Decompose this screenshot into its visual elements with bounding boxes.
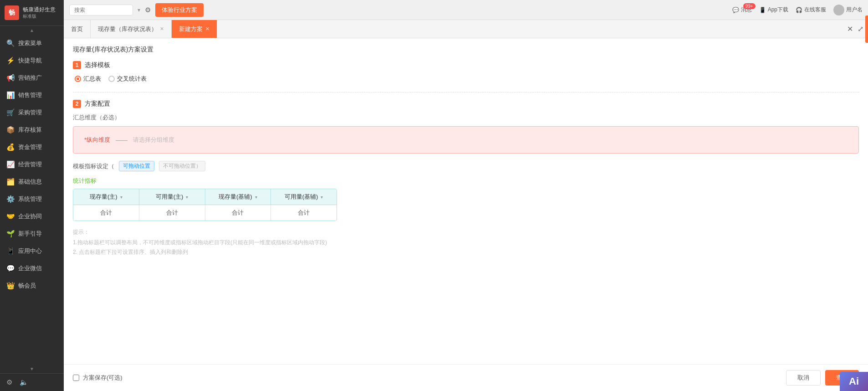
stats-cell-0: 合计 — [73, 205, 139, 221]
stats-table-header: 现存量(主) ▾ 可用量(主) ▾ 现存量(基辅) ▾ 可用量(基辅) ▾ — [73, 189, 337, 205]
tips-item-1: 2. 点击标题栏下拉可设置排序、插入列和删除列 — [73, 248, 859, 256]
speaker-icon[interactable]: 🔈 — [20, 378, 28, 386]
sidebar-item-purchase[interactable]: 🛒 采购管理 — [0, 104, 64, 121]
radio-summary-icon — [75, 76, 81, 82]
cooperation-icon: 🤝 — [6, 212, 15, 221]
system-icon: ⚙️ — [6, 195, 15, 203]
dimension-row: *纵向维度 —— 请选择分组维度 — [84, 136, 848, 144]
topbar-user[interactable]: 用户名 — [833, 5, 863, 15]
tab-new-plan-close-icon[interactable]: ✕ — [205, 26, 209, 32]
stats-col-1-label: 可用量(主) — [156, 193, 184, 201]
cancel-button[interactable]: 取消 — [786, 370, 821, 386]
stats-col-2[interactable]: 现存量(基辅) ▾ — [205, 189, 271, 205]
topbar-service[interactable]: 🎧 在线客服 — [796, 6, 826, 14]
expand-icon[interactable]: ⤢ — [858, 25, 863, 33]
sidebar-item-sales[interactable]: 📊 销售管理 — [0, 87, 64, 104]
inventory-icon: 📦 — [6, 126, 15, 134]
sidebar-item-quicknav[interactable]: ⚡ 快捷导航 — [0, 52, 64, 69]
sidebar-item-appcenter[interactable]: 📱 应用中心 — [0, 242, 64, 260]
content-area: 现存量(库存状况表)方案设置 1 选择模板 汇总表 交叉统计表 — [64, 38, 868, 364]
sidebar-item-system[interactable]: ⚙️ 系统管理 — [0, 190, 64, 208]
close-window-icon[interactable]: ✕ — [847, 25, 853, 33]
sales-icon: 📊 — [6, 91, 15, 99]
sidebar-item-member[interactable]: 👑 畅会员 — [0, 277, 64, 294]
footer: 方案保存(可选) 取消 查询 — [64, 364, 868, 391]
settings-icon[interactable]: ⚙ — [6, 378, 12, 386]
sidebar-item-management[interactable]: 📈 经营管理 — [0, 156, 64, 173]
topbar-right: 💬 消息 99+ 📱 App下载 🎧 在线客服 用户名 — [732, 5, 863, 15]
sidebar-item-label: 搜索菜单 — [18, 39, 42, 47]
sidebar-scroll-up[interactable]: ▲ — [0, 26, 64, 35]
basics-icon: 🗂️ — [6, 178, 15, 186]
section2-header: 2 方案配置 — [73, 100, 859, 108]
sidebar-item-label: 销售管理 — [18, 91, 42, 99]
stats-col-3[interactable]: 可用量(基辅) ▾ — [271, 189, 337, 205]
radio-cross-table[interactable]: 交叉统计表 — [108, 75, 147, 83]
sidebar-item-inventory[interactable]: 📦 库存核算 — [0, 121, 64, 139]
right-scroll-indicator — [865, 15, 868, 43]
stats-col-3-label: 可用量(基辅) — [285, 193, 318, 201]
radio-summary-table[interactable]: 汇总表 — [75, 75, 101, 83]
tab-inventory[interactable]: 现存量（库存状况表） ✕ — [91, 20, 172, 38]
sidebar-scroll-down[interactable]: ▼ — [0, 365, 64, 373]
section-template: 1 选择模板 汇总表 交叉统计表 — [73, 61, 859, 83]
marketing-icon: 📢 — [6, 74, 15, 82]
sidebar-nav: 🔍 搜索菜单 ⚡ 快捷导航 📢 营销推广 📊 销售管理 🛒 采购管理 📦 库存核… — [0, 35, 64, 365]
topbar-service-label: 在线客服 — [804, 6, 826, 14]
radio-cross-icon — [108, 76, 115, 82]
topbar-settings-icon[interactable]: ⚙ — [145, 6, 151, 14]
tips-item-0: 1.拖动标题栏可以调整布局，不可跨维度或指标区域拖动栏目字段(只能在同一维度或指… — [73, 239, 859, 247]
tabbar: 首页 现存量（库存状况表） ✕ 新建方案 ✕ ✕ ⤢ — [64, 20, 868, 38]
sidebar-item-wecom[interactable]: 💬 企业微信 — [0, 260, 64, 277]
sidebar-item-label: 库存核算 — [18, 126, 42, 134]
finance-icon: 💰 — [6, 143, 15, 151]
topbar-dropdown-icon[interactable]: ▾ — [138, 7, 140, 13]
user-name: 用户名 — [846, 6, 863, 14]
tab-home[interactable]: 首页 — [64, 20, 91, 38]
sidebar-item-label: 企业协同 — [18, 212, 42, 221]
sidebar-item-label: 畅会员 — [18, 282, 36, 290]
topbar-messages-badge: 99+ — [743, 3, 756, 9]
topbar-app-download[interactable]: 📱 App下载 — [759, 6, 788, 14]
topbar: ▾ ⚙ 体验行业方案 💬 消息 99+ 📱 App下载 🎧 在线客服 用户名 — [64, 0, 868, 20]
tab-new-plan[interactable]: 新建方案 ✕ — [172, 20, 217, 38]
save-plan-checkbox[interactable] — [73, 375, 79, 381]
stats-col-0[interactable]: 现存量(主) ▾ — [73, 189, 139, 205]
sidebar-item-label: 采购管理 — [18, 108, 42, 117]
sidebar: 畅 畅康通好生意 标准版 ▲ 🔍 搜索菜单 ⚡ 快捷导航 📢 营销推广 📊 销售… — [0, 0, 64, 391]
topbar-trial-button[interactable]: 体验行业方案 — [155, 3, 204, 17]
stats-table-body: 合计 合计 合计 合计 — [73, 205, 337, 221]
tips-section: 提示： 1.拖动标题栏可以调整布局，不可跨维度或指标区域拖动栏目字段(只能在同一… — [73, 228, 859, 265]
section1-header: 1 选择模板 — [73, 61, 859, 69]
sidebar-item-search[interactable]: 🔍 搜索菜单 — [0, 35, 64, 52]
stats-col-1[interactable]: 可用量(主) ▾ — [139, 189, 205, 205]
tab-home-label: 首页 — [71, 25, 83, 33]
sidebar-item-marketing[interactable]: 📢 营销推广 — [0, 69, 64, 87]
sidebar-item-finance[interactable]: 💰 资金管理 — [0, 139, 64, 156]
section2-title: 方案配置 — [85, 100, 110, 108]
sidebar-item-newuser[interactable]: 🌱 新手引导 — [0, 225, 64, 242]
cross-table-label: 交叉统计表 — [117, 75, 147, 83]
topbar-messages[interactable]: 💬 消息 99+ — [732, 6, 752, 14]
sidebar-item-basics[interactable]: 🗂️ 基础信息 — [0, 173, 64, 190]
dimension-required-label: *纵向维度 — [84, 136, 110, 144]
service-icon: 🎧 — [796, 7, 802, 13]
tab-inventory-close-icon[interactable]: ✕ — [160, 26, 164, 32]
sidebar-item-label: 经营管理 — [18, 160, 42, 169]
topbar-search-input[interactable] — [69, 5, 133, 15]
dimension-dash: —— — [116, 137, 128, 144]
ai-badge[interactable]: Ai — [840, 372, 868, 391]
stats-col-1-chevron: ▾ — [186, 195, 188, 200]
sidebar-item-label: 系统管理 — [18, 195, 42, 203]
stats-cell-1: 合计 — [139, 205, 205, 221]
stats-col-0-label: 现存量(主) — [90, 193, 117, 201]
sidebar-item-cooperation[interactable]: 🤝 企业协同 — [0, 208, 64, 225]
page-title: 现存量(库存状况表)方案设置 — [73, 46, 859, 54]
sidebar-logo: 畅 畅康通好生意 标准版 — [0, 0, 64, 26]
stats-cell-3: 合计 — [271, 205, 337, 221]
stats-label: 统计指标 — [73, 177, 859, 185]
non-draggable-tag: 不可拖动位置） — [159, 161, 205, 171]
sidebar-item-label: 新手引导 — [18, 230, 42, 238]
wecom-icon: 💬 — [6, 264, 15, 273]
indicator-settings: 模板指标设定（ 可拖动位置 不可拖动位置） — [73, 161, 859, 171]
